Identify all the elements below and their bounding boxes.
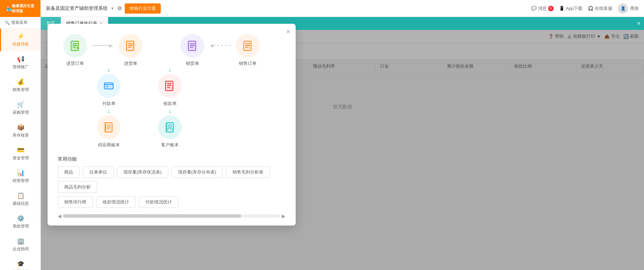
scroll-thumb bbox=[63, 214, 241, 218]
sidebar-item-system[interactable]: ⚙️ 系统管理 bbox=[0, 211, 40, 233]
func-btn-sales-profit[interactable]: 销售毛利分析表 bbox=[226, 166, 270, 178]
func-btn-stock-dist[interactable]: 现存量(库存分布表) bbox=[172, 166, 223, 178]
supplier-ledger-circle bbox=[97, 115, 121, 139]
logo-text-line1: 畅康通好生意 bbox=[12, 3, 34, 8]
sidebar-item-enterprise[interactable]: 🏢 企业协同 bbox=[0, 233, 40, 256]
purchase-label: 采购管理 bbox=[13, 110, 29, 115]
basic-label: 基础信息 bbox=[13, 201, 29, 206]
sidebar: 🏪 畅康通好生意 标准版 🔍 搜索菜单 ⚡ 快捷导航 📢 营销推广 💰 销售管理… bbox=[0, 0, 41, 270]
sidebar-item-inventory[interactable]: 📦 库存核算 bbox=[0, 120, 40, 142]
app-download-label: App下载 bbox=[566, 5, 582, 12]
marketing-label: 营销推广 bbox=[13, 64, 29, 70]
tab-close-all-button[interactable]: × bbox=[637, 20, 641, 27]
settings-button[interactable]: ⚙ bbox=[117, 5, 122, 12]
header-actions: 💬 消息 6 📱 App下载 🎧 在线客服 👤 用友 bbox=[531, 3, 639, 14]
search-icon: 🔍 bbox=[5, 20, 10, 25]
sales-order-circle bbox=[236, 34, 260, 58]
sidebar-item-newuser[interactable]: 🎓 新手引导 bbox=[0, 256, 40, 270]
avatar: 👤 bbox=[618, 3, 628, 14]
payment-bill-label: 付款单 bbox=[102, 101, 116, 107]
flow-node-supplier-ledger[interactable]: 供应商账本 bbox=[97, 115, 121, 148]
marketing-icon: 📢 bbox=[17, 55, 24, 63]
receipt-bill-circle bbox=[158, 74, 182, 98]
logo-icon: 🏪 bbox=[6, 6, 12, 11]
func-buttons-row2: 销售排行榜 收款情况统计 付款情况统计 bbox=[58, 196, 285, 208]
purchase-order-circle bbox=[63, 34, 87, 58]
message-button[interactable]: 💬 消息 6 bbox=[531, 5, 554, 12]
flow-node-purchase-order[interactable]: 进货订单 bbox=[63, 34, 87, 67]
svg-rect-36 bbox=[165, 123, 167, 132]
app-download-button[interactable]: 📱 App下载 bbox=[559, 5, 582, 12]
online-service-button[interactable]: 🎧 在线客服 bbox=[588, 5, 612, 12]
receipt-bill-label: 收款单 bbox=[163, 101, 177, 107]
flow-diagram: 进货订单 ▶ 进货单 bbox=[58, 34, 285, 148]
scroll-left-arrow[interactable]: ◀ bbox=[58, 213, 62, 219]
payment-bill-circle bbox=[97, 74, 121, 98]
sidebar-item-operations[interactable]: 📊 经营管理 bbox=[0, 165, 40, 188]
flow-node-purchase-bill[interactable]: 进货单 bbox=[119, 34, 142, 67]
sidebar-item-quick-guide[interactable]: ⚡ 快捷导航 bbox=[0, 29, 40, 51]
finance-label: 资金管理 bbox=[13, 155, 29, 161]
svg-rect-23 bbox=[106, 86, 108, 87]
user-name: 用友 bbox=[630, 5, 639, 12]
enterprise-label: 企业协同 bbox=[13, 246, 29, 252]
func-btn-product[interactable]: 商品 bbox=[58, 166, 80, 178]
modal-close-button[interactable]: × bbox=[286, 28, 290, 36]
flow-node-sales-order[interactable]: 销售订单 bbox=[236, 34, 260, 67]
message-icon: 💬 bbox=[531, 6, 537, 11]
message-badge: 6 bbox=[548, 6, 554, 11]
quick-guide-icon: ⚡ bbox=[17, 33, 24, 40]
operations-icon: 📊 bbox=[17, 169, 24, 177]
quick-guide-label: 快捷导航 bbox=[13, 41, 29, 47]
sidebar-item-finance[interactable]: 💳 资金管理 bbox=[0, 142, 40, 165]
supplier-ledger-label: 供应商账本 bbox=[98, 142, 120, 148]
scrollbar[interactable] bbox=[63, 214, 280, 218]
sales-bill-circle bbox=[180, 34, 204, 58]
sidebar-item-basic[interactable]: 📋 基础信息 bbox=[0, 188, 40, 211]
svg-rect-24 bbox=[105, 123, 112, 132]
svg-rect-26 bbox=[104, 123, 106, 132]
system-label: 系统管理 bbox=[13, 223, 29, 229]
func-btn-receipt-stats[interactable]: 收款情况统计 bbox=[96, 196, 136, 208]
purchase-bill-label: 进货单 bbox=[124, 60, 137, 67]
sidebar-item-purchase[interactable]: 🛒 采购管理 bbox=[0, 97, 40, 120]
sales-order-label: 销售订单 bbox=[239, 60, 257, 67]
customer-ledger-label: 客户账本 bbox=[161, 142, 179, 148]
sidebar-item-sales[interactable]: 💰 销售管理 bbox=[0, 74, 40, 97]
sidebar-logo: 🏪 畅康通好生意 标准版 bbox=[0, 0, 40, 17]
message-label: 消息 bbox=[538, 5, 547, 12]
func-btn-stock-status[interactable]: 现存量(库存状况表) bbox=[117, 166, 168, 178]
scroll-right-arrow[interactable]: ▶ bbox=[282, 213, 285, 219]
purchase-icon: 🛒 bbox=[17, 101, 24, 108]
sales-label: 销售管理 bbox=[13, 87, 29, 93]
experience-button[interactable]: 体验行业方案 bbox=[125, 3, 161, 14]
flow-node-customer-ledger[interactable]: 客户账本 bbox=[158, 115, 182, 148]
system-name: 装备及固定资产辅助管理系统 bbox=[46, 5, 108, 12]
purchase-bill-circle bbox=[119, 34, 142, 58]
system-icon: ⚙️ bbox=[17, 215, 24, 222]
sidebar-search[interactable]: 🔍 搜索菜单 bbox=[0, 17, 40, 29]
logo-text-line2: 标准版 bbox=[12, 8, 34, 14]
quick-modal: × 进货订单 ▶ bbox=[48, 24, 296, 226]
sidebar-item-marketing[interactable]: 📢 营销推广 bbox=[0, 51, 40, 74]
app-icon: 📱 bbox=[559, 6, 564, 11]
sales-bill-label: 销货单 bbox=[186, 60, 199, 67]
common-functions: 常用功能 商品 往来单位 现存量(库存状况表) 现存量(库存分布表) 销售毛利分… bbox=[58, 156, 285, 208]
service-icon: 🎧 bbox=[588, 6, 593, 11]
flow-node-receipt-bill[interactable]: 收款单 bbox=[158, 74, 182, 107]
header: 装备及固定资产辅助管理系统 ▼ ⚙ 体验行业方案 💬 消息 6 📱 App下载 … bbox=[41, 0, 644, 17]
svg-rect-30 bbox=[166, 81, 173, 91]
flow-node-sales-bill[interactable]: 销货单 bbox=[180, 34, 204, 67]
user-section[interactable]: 👤 用友 bbox=[618, 3, 639, 14]
func-btn-payment-stats[interactable]: 付款情况统计 bbox=[139, 196, 178, 208]
dropdown-button[interactable]: ▼ bbox=[110, 6, 115, 11]
search-label: 搜索菜单 bbox=[11, 20, 28, 25]
func-btn-sales-rank[interactable]: 销售排行榜 bbox=[58, 196, 93, 208]
flow-node-payment-bill[interactable]: 付款单 bbox=[97, 74, 121, 107]
func-buttons-row1: 商品 往来单位 现存量(库存状况表) 现存量(库存分布表) 销售毛利分析表 商品… bbox=[58, 166, 285, 193]
operations-label: 经营管理 bbox=[13, 178, 29, 184]
func-btn-product-profit[interactable]: 商品毛利分析 bbox=[58, 181, 97, 193]
customer-ledger-circle bbox=[158, 115, 182, 139]
enterprise-icon: 🏢 bbox=[17, 237, 24, 245]
func-btn-counterpart[interactable]: 往来单位 bbox=[83, 166, 114, 178]
